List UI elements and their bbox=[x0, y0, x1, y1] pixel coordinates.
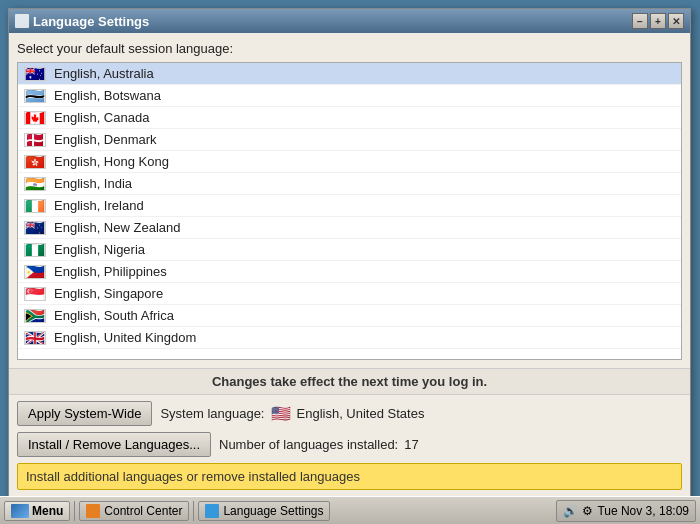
menu-icon bbox=[11, 504, 29, 518]
dialog-window: Language Settings − + ✕ Select your defa… bbox=[8, 8, 691, 524]
close-title-button[interactable]: ✕ bbox=[668, 13, 684, 29]
system-language-flag: 🇺🇸 bbox=[271, 404, 291, 423]
system-language-label: System language: bbox=[160, 406, 264, 421]
network-icon: ⚙ bbox=[582, 504, 593, 518]
window-icon bbox=[15, 14, 29, 28]
volume-icon: 🔊 bbox=[563, 504, 578, 518]
language-name: English, Denmark bbox=[54, 132, 157, 147]
taskbar-sep-2 bbox=[193, 501, 194, 521]
hint-text: Install additional languages or remove i… bbox=[26, 469, 360, 484]
num-languages-info: Number of languages installed: 17 bbox=[219, 437, 419, 452]
dialog-content: Select your default session language: 🇦🇺… bbox=[9, 33, 690, 368]
control-center-label: Control Center bbox=[104, 504, 182, 518]
list-item[interactable]: 🇧🇼English, Botswana bbox=[18, 85, 681, 107]
status-text: Changes take effect the next time you lo… bbox=[212, 374, 487, 389]
flag-icon: 🇮🇳 bbox=[24, 177, 46, 191]
flag-icon: 🇩🇰 bbox=[24, 133, 46, 147]
apply-row: Apply System-Wide System language: 🇺🇸 En… bbox=[9, 395, 690, 432]
language-name: English, Australia bbox=[54, 66, 154, 81]
list-item[interactable]: 🇭🇰English, Hong Kong bbox=[18, 151, 681, 173]
flag-icon: 🇳🇿 bbox=[24, 221, 46, 235]
list-item[interactable]: 🇬🇧English, United Kingdom bbox=[18, 327, 681, 349]
titlebar-controls: − + ✕ bbox=[632, 13, 684, 29]
list-item[interactable]: 🇨🇦English, Canada bbox=[18, 107, 681, 129]
list-item[interactable]: 🇸🇬English, Singapore bbox=[18, 283, 681, 305]
titlebar-left: Language Settings bbox=[15, 14, 149, 29]
taskbar-sep-1 bbox=[74, 501, 75, 521]
num-languages-value: 17 bbox=[404, 437, 418, 452]
hint-bar: Install additional languages or remove i… bbox=[17, 463, 682, 490]
flag-icon: 🇸🇬 bbox=[24, 287, 46, 301]
flag-icon: 🇦🇺 bbox=[24, 67, 46, 81]
language-list[interactable]: 🇦🇺English, Australia🇧🇼English, Botswana🇨… bbox=[17, 62, 682, 360]
list-item[interactable]: 🇮🇪English, Ireland bbox=[18, 195, 681, 217]
language-name: English, India bbox=[54, 176, 132, 191]
install-remove-button[interactable]: Install / Remove Languages... bbox=[17, 432, 211, 457]
num-languages-label: Number of languages installed: bbox=[219, 437, 398, 452]
maximize-button[interactable]: + bbox=[650, 13, 666, 29]
language-name: English, Nigeria bbox=[54, 242, 145, 257]
titlebar: Language Settings − + ✕ bbox=[9, 9, 690, 33]
language-name: English, New Zealand bbox=[54, 220, 180, 235]
language-name: English, Singapore bbox=[54, 286, 163, 301]
flag-icon: 🇭🇰 bbox=[24, 155, 46, 169]
taskbar-tray: 🔊 ⚙ Tue Nov 3, 18:09 bbox=[556, 500, 696, 522]
menu-label: Menu bbox=[32, 504, 63, 518]
flag-icon: 🇨🇦 bbox=[24, 111, 46, 125]
language-name: English, Hong Kong bbox=[54, 154, 169, 169]
list-item[interactable]: 🇦🇺English, Australia bbox=[18, 63, 681, 85]
language-name: English, Philippines bbox=[54, 264, 167, 279]
language-name: English, United Kingdom bbox=[54, 330, 196, 345]
flag-icon: 🇵🇭 bbox=[24, 265, 46, 279]
language-name: English, Canada bbox=[54, 110, 149, 125]
flag-icon: 🇳🇬 bbox=[24, 243, 46, 257]
list-item[interactable]: 🇮🇳English, India bbox=[18, 173, 681, 195]
list-item[interactable]: 🇵🇭English, Philippines bbox=[18, 261, 681, 283]
menu-button[interactable]: Menu bbox=[4, 501, 70, 521]
select-language-label: Select your default session language: bbox=[17, 41, 682, 56]
minimize-button[interactable]: − bbox=[632, 13, 648, 29]
clock: Tue Nov 3, 18:09 bbox=[597, 504, 689, 518]
language-name: English, Botswana bbox=[54, 88, 161, 103]
taskbar-app-language-settings[interactable]: Language Settings bbox=[198, 501, 330, 521]
language-settings-label: Language Settings bbox=[223, 504, 323, 518]
taskbar: Menu Control Center Language Settings 🔊 … bbox=[0, 496, 700, 524]
list-item[interactable]: 🇿🇦English, South Africa bbox=[18, 305, 681, 327]
list-item[interactable]: 🇳🇬English, Nigeria bbox=[18, 239, 681, 261]
status-bar: Changes take effect the next time you lo… bbox=[9, 368, 690, 395]
control-center-icon bbox=[86, 504, 100, 518]
taskbar-app-control-center[interactable]: Control Center bbox=[79, 501, 189, 521]
flag-icon: 🇬🇧 bbox=[24, 331, 46, 345]
apply-system-wide-button[interactable]: Apply System-Wide bbox=[17, 401, 152, 426]
flag-icon: 🇿🇦 bbox=[24, 309, 46, 323]
dialog-title: Language Settings bbox=[33, 14, 149, 29]
system-language-info: System language: 🇺🇸 English, United Stat… bbox=[160, 404, 424, 423]
language-settings-icon bbox=[205, 504, 219, 518]
language-name: English, South Africa bbox=[54, 308, 174, 323]
flag-icon: 🇮🇪 bbox=[24, 199, 46, 213]
flag-icon: 🇧🇼 bbox=[24, 89, 46, 103]
list-item[interactable]: 🇩🇰English, Denmark bbox=[18, 129, 681, 151]
list-item[interactable]: 🇳🇿English, New Zealand bbox=[18, 217, 681, 239]
system-language-value: English, United States bbox=[297, 406, 425, 421]
language-name: English, Ireland bbox=[54, 198, 144, 213]
install-row: Install / Remove Languages... Number of … bbox=[9, 432, 690, 463]
taskbar-right: 🔊 ⚙ Tue Nov 3, 18:09 bbox=[556, 500, 696, 522]
